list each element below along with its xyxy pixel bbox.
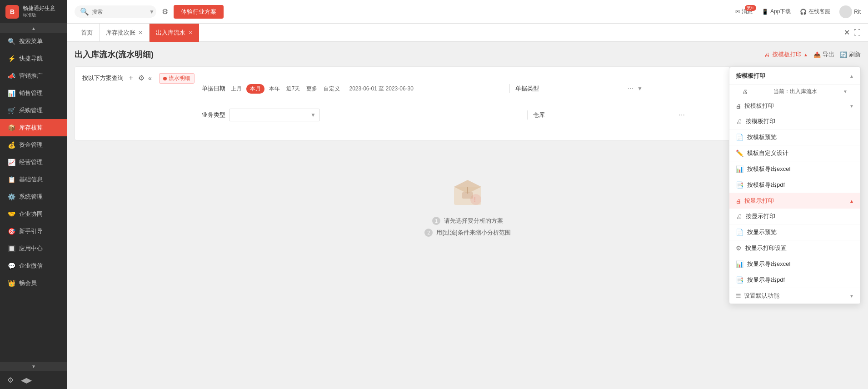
display-print-label: 按显示打印	[746, 212, 775, 220]
date-shortcuts: 上月 本月 本年 近7天 更多 自定义	[229, 84, 342, 94]
search-box[interactable]: 🔍 ▼	[75, 5, 156, 18]
print-dropdown-arrow: ▲	[803, 52, 808, 57]
sidebar-item-label: 新手引导	[19, 227, 43, 235]
dropdown-item-template-preview[interactable]: 📄 按模板预览	[729, 130, 860, 145]
sidebar-item-sales[interactable]: 📊 销售管理	[0, 85, 67, 102]
purchase-icon: 🛒	[7, 107, 15, 114]
dropdown-section-template[interactable]: 🖨 按模板打印 ▼	[729, 98, 860, 114]
date-shortcut-last-month[interactable]: 上月	[229, 84, 244, 94]
step2-num: 2	[424, 229, 433, 237]
tab-bar-close-all[interactable]: ✕	[844, 28, 850, 37]
sidebar-item-quick-nav[interactable]: ⚡ 快捷导航	[0, 50, 67, 67]
sidebar-item-label: 资金管理	[19, 141, 43, 149]
date-shortcut-this-month[interactable]: 本月	[246, 84, 264, 94]
sidebar-settings-icon[interactable]: ⚙	[7, 376, 14, 384]
sidebar-item-label: 企业微信	[19, 262, 43, 270]
export-btn[interactable]: 📤 导出	[813, 50, 834, 59]
page-title-row: 出入库流水(流水明细) 🖨 按模板打印 ▲ 📤 导出 🔄 刷新	[75, 49, 861, 60]
date-shortcut-more[interactable]: 更多	[304, 84, 319, 94]
dropdown-item-template-excel[interactable]: 📊 按模板导出excel	[729, 161, 860, 177]
sidebar-item-operations[interactable]: 📈 经营管理	[0, 154, 67, 171]
tab-batch-ledger-close[interactable]: ✕	[138, 30, 143, 36]
dropdown-item-template-custom[interactable]: ✏️ 模板自定义设计	[729, 145, 860, 161]
system-icon: ⚙️	[7, 193, 15, 200]
print-dropdown-panel: 按模板打印 ▲ 🖨 当前：出入库流水 ▼ 🖨 按模板打印	[729, 67, 861, 304]
dropdown-item-display-preview[interactable]: 📄 按显示预览	[729, 224, 860, 240]
filter-add-icon[interactable]: ＋	[127, 73, 135, 83]
sidebar-item-guide[interactable]: 🎯 新手引导	[0, 223, 67, 240]
sidebar-collapse-icon[interactable]: ◀▶	[21, 376, 32, 384]
date-shortcut-this-year[interactable]: 本年	[267, 84, 282, 94]
dropdown-section-display[interactable]: 🖨 按显示打印 ▲	[729, 193, 860, 209]
display-pdf-icon: 📑	[736, 276, 743, 284]
dropdown-item-display-pdf[interactable]: 📑 按显示导出pdf	[729, 272, 860, 288]
receipt-type-dropdown-arrow[interactable]: ▼	[637, 85, 643, 92]
filter-set-icon[interactable]: ⚙	[138, 74, 145, 82]
search-input[interactable]	[92, 9, 146, 15]
tab-bar-expand[interactable]: ⛶	[853, 29, 861, 37]
dropdown-header-close-icon[interactable]: ▲	[849, 74, 854, 79]
online-service-btn[interactable]: 🎧 在线客服	[800, 8, 830, 15]
dropdown-set-default[interactable]: ☰ 设置默认功能 ▼	[729, 288, 860, 304]
header-gear-icon[interactable]: ⚙	[162, 7, 168, 16]
online-service-label: 在线客服	[808, 8, 830, 15]
user-avatar-area[interactable]: Rit	[839, 5, 861, 18]
sidebar-item-cooperation[interactable]: 🤝 企业协同	[0, 205, 67, 223]
receipt-type-dots[interactable]: ···	[628, 85, 634, 93]
dropdown-current-arrow: ▼	[843, 89, 848, 94]
refresh-btn[interactable]: 🔄 刷新	[840, 50, 861, 59]
sidebar-scroll-up[interactable]: ▲	[0, 24, 67, 33]
sidebar-scroll-down[interactable]: ▼	[0, 362, 67, 371]
refresh-icon: 🔄	[840, 51, 847, 58]
search-dropdown-arrow[interactable]: ▼	[149, 9, 155, 15]
sidebar-item-search-menu[interactable]: 🔍 搜索菜单	[0, 33, 67, 50]
template-custom-icon: ✏️	[736, 150, 743, 157]
sidebar-item-inventory[interactable]: 📦 库存核算	[0, 119, 67, 136]
dropdown-current[interactable]: 🖨 当前：出入库流水 ▼	[729, 85, 860, 98]
tab-flow-close[interactable]: ✕	[188, 30, 193, 36]
print-template-label: 按模板打印	[772, 50, 802, 59]
display-print-icon: 🖨	[736, 213, 742, 220]
dropdown-header: 按模板打印 ▲	[729, 67, 860, 85]
sidebar-item-purchase[interactable]: 🛒 采购管理	[0, 102, 67, 119]
tab-flow[interactable]: 出入库流水 ✕	[150, 24, 199, 42]
dropdown-item-display-print-settings[interactable]: ⚙ 按显示打印设置	[729, 240, 860, 256]
filter-collapse-icon[interactable]: «	[148, 75, 152, 82]
tab-bar: 首页 库存批次账 ✕ 出入库流水 ✕ ✕ ⛶	[67, 24, 868, 42]
template-preview-icon: 📄	[736, 134, 743, 141]
sidebar-item-finance[interactable]: 💰 资金管理	[0, 136, 67, 154]
set-default-icon: ☰	[736, 293, 741, 299]
header-right: ✉ 消息 99+ 📱 App下载 🎧 在线客服 Rit	[735, 5, 861, 18]
sidebar-item-wechat[interactable]: 💬 企业微信	[0, 257, 67, 274]
date-shortcut-7days[interactable]: 近7天	[284, 84, 302, 94]
tab-bar-right: ✕ ⛶	[844, 28, 861, 37]
empty-state-icon: !	[449, 173, 486, 209]
sidebar-item-label: 销售管理	[19, 89, 43, 97]
tab-batch-ledger[interactable]: 库存批次账 ✕	[100, 24, 150, 42]
sidebar-item-app-center[interactable]: 🔲 应用中心	[0, 240, 67, 257]
date-shortcut-custom[interactable]: 自定义	[322, 84, 342, 94]
dropdown-item-display-excel[interactable]: 📊 按显示导出excel	[729, 256, 860, 272]
dropdown-item-display-print[interactable]: 🖨 按显示打印	[729, 209, 860, 224]
app-download-btn[interactable]: 📱 App下载	[762, 8, 791, 15]
print-template-btn[interactable]: 🖨 按模板打印 ▲	[764, 50, 808, 59]
warehouse-dots[interactable]: ···	[679, 111, 685, 119]
trial-btn[interactable]: 体验行业方案	[174, 5, 224, 19]
sidebar-item-basics[interactable]: 📋 基础信息	[0, 171, 67, 188]
sidebar-item-label: 快捷导航	[19, 55, 43, 63]
sidebar-item-system[interactable]: ⚙️ 系统管理	[0, 188, 67, 205]
dropdown-item-template-pdf[interactable]: 📑 按模板导出pdf	[729, 177, 860, 193]
message-btn[interactable]: ✉ 消息 99+	[735, 8, 753, 15]
empty-step-2: 2 用[过滤]条件来缩小分析范围	[424, 229, 510, 237]
dropdown-item-template-print[interactable]: 🖨 按模板打印	[729, 114, 860, 130]
tab-home[interactable]: 首页	[75, 24, 100, 42]
section-display-label: 按显示打印	[744, 197, 774, 205]
sales-icon: 📊	[7, 90, 15, 97]
app-download-icon: 📱	[762, 9, 768, 15]
sidebar-item-member[interactable]: 👑 畅会员	[0, 274, 67, 292]
sidebar-item-marketing[interactable]: 📣 营销推广	[0, 67, 67, 85]
business-type-select[interactable]: ▼	[229, 109, 320, 121]
cooperation-icon: 🤝	[7, 210, 15, 218]
template-excel-label: 按模板导出excel	[747, 165, 790, 173]
business-type-field: 业务类型 ▼	[202, 109, 522, 121]
